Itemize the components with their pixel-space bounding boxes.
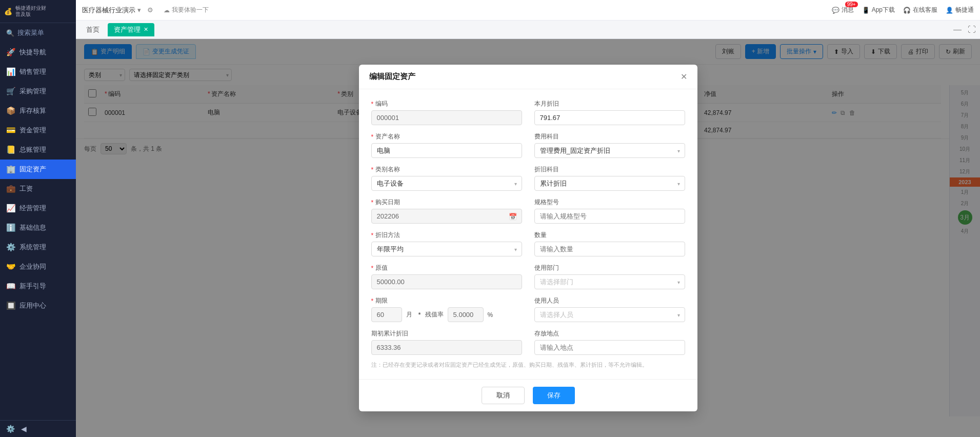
user-avatar[interactable]: 👤 畅捷通 [946,6,974,14]
spec-input[interactable] [534,209,685,224]
sidebar-item-finance[interactable]: 💳 资金管理 [0,121,76,140]
sidebar-item-guide[interactable]: 📖 新手引导 [0,276,76,296]
sidebar-item-sales[interactable]: 📊 销售管理 [0,62,76,82]
sidebar-item-payroll[interactable]: 💼 工资 [0,179,76,198]
quantity-input[interactable] [534,242,685,256]
period-input[interactable] [371,307,402,322]
dialog-title: 编辑固定资产 [369,72,415,82]
settings-icon[interactable]: ⚙️ [6,425,15,433]
form-row-purchase-date: * 购买日期 📅 [371,198,522,224]
sidebar-item-ledger[interactable]: 📒 总账管理 [0,140,76,160]
sidebar-item-system[interactable]: ⚙️ 系统管理 [0,237,76,257]
feedback-button[interactable]: ☁ 我要体验一下 [164,6,209,14]
app-download-button[interactable]: 📱 App下载 [862,6,895,14]
sidebar-item-operations[interactable]: 📈 经营管理 [0,198,76,218]
service-icon: 🎧 [903,7,911,14]
dialog-note: 注：已经存在变更记录或者对应固定资产已经生成凭证，原值、购买日期、残值率、累计折… [371,361,685,369]
sidebar-search[interactable]: 🔍 搜索菜单 [0,23,76,43]
form-row-spec: 规格型号 [534,198,685,224]
tab-asset-mgmt[interactable]: 资产管理 ✕ [108,23,154,36]
finance-icon: 💳 [6,126,15,135]
assets-icon: 🏢 [6,165,15,174]
appcenter-icon: 🔲 [6,301,15,310]
initial-dep-input[interactable] [371,340,522,355]
operations-icon: 📈 [6,204,15,213]
window-minimize-icon[interactable]: — [953,25,962,34]
sidebar-header: 💰 畅捷通好业财 普及版 [0,0,76,23]
purchase-date-input[interactable] [371,209,522,224]
form-row-monthly-dep: 本月折旧 [534,100,685,125]
collapse-icon[interactable]: ◀ [21,425,27,433]
inventory-icon: 📦 [6,106,15,115]
purchase-date-wrap: 📅 [371,209,522,224]
tab-home[interactable]: 首页 [80,23,106,36]
save-button[interactable]: 保存 [533,387,575,404]
original-value-input[interactable] [371,274,522,289]
asset-name-input[interactable] [371,143,522,158]
monthly-dep-input[interactable] [534,110,685,125]
form-row-dep-method: * 折旧方法 年限平均 ▾ [371,231,522,256]
dialog-close-button[interactable]: ✕ [681,72,687,82]
expense-subject-wrap: 管理费用_固定资产折旧 ▾ [534,143,685,158]
form-row-asset-name: * 资产名称 [371,132,522,158]
dep-method-select-wrap: 年限平均 ▾ [371,242,522,256]
user-select[interactable]: 请选择人员 [534,307,685,322]
form-row-period: * 期限 月 * 残值率 % [371,296,522,322]
window-expand-icon[interactable]: ⛶ [968,25,976,34]
main-area: 医疗器械行业演示 ▾ ⚙ ☁ 我要体验一下 💬 消息 99+ 📱 App下载 🎧… [76,0,980,437]
feedback-icon: ☁ [164,7,170,14]
cancel-button[interactable]: 取消 [482,387,525,404]
form-row-initial-dep: 期初累计折旧 [371,329,522,355]
location-input[interactable] [534,340,685,355]
quicknav-icon: 🚀 [6,48,15,57]
sidebar-nav: 🚀 快捷导航 📊 销售管理 🛒 采购管理 📦 库存核算 💳 资金管理 📒 总账管… [0,43,76,420]
form-row-user: 使用人员 请选择人员 ▾ [534,296,685,322]
purchase-icon: 🛒 [6,87,15,96]
sidebar-item-quicknav[interactable]: 🚀 快捷导航 [0,43,76,62]
search-icon: 🔍 [6,29,14,37]
message-icon: 💬 [832,7,839,14]
settings-gear-icon[interactable]: ⚙ [147,6,153,14]
sidebar: 💰 畅捷通好业财 普及版 🔍 搜索菜单 🚀 快捷导航 📊 销售管理 🛒 采购管理… [0,0,76,437]
user-select-wrap: 请选择人员 ▾ [534,307,685,322]
code-input[interactable] [371,110,522,125]
dep-method-select[interactable]: 年限平均 [371,242,522,256]
industry-title: 医疗器械行业演示 ▾ [82,6,141,15]
dialog-overlay: 编辑固定资产 ✕ * 编码 [76,39,980,437]
sidebar-item-purchase[interactable]: 🛒 采购管理 [0,82,76,101]
tab-close-icon[interactable]: ✕ [144,26,148,33]
sidebar-item-inventory[interactable]: 📦 库存核算 [0,101,76,121]
expense-subject-select[interactable]: 管理费用_固定资产折旧 [534,143,685,158]
page-content: 📋 资产明细 📄 变更生成凭证 刘账 + 新增 批量操作 ▾ ⬆ [76,39,980,437]
sidebar-item-appcenter[interactable]: 🔲 应用中心 [0,296,76,315]
form-row-quantity: 数量 [534,231,685,256]
form-row-expense-subject: 费用科目 管理费用_固定资产折旧 ▾ [534,132,685,158]
dep-subject-select[interactable]: 累计折旧 [534,176,685,191]
dept-select[interactable]: 请选择部门 [534,274,685,289]
dept-select-wrap: 请选择部门 ▾ [534,274,685,289]
dialog-body: * 编码 * 资产名称 [359,89,697,379]
form-row-code: * 编码 [371,100,522,125]
messages-button[interactable]: 💬 消息 99+ [832,6,854,14]
avatar-icon: 👤 [946,7,953,14]
category-select-wrap: 电子设备 ▾ [371,176,522,191]
sidebar-item-enterprise[interactable]: 🤝 企业协同 [0,257,76,276]
calendar-icon[interactable]: 📅 [509,212,517,220]
payroll-icon: 💼 [6,184,15,193]
dep-subject-wrap: 累计折旧 ▾ [534,176,685,191]
topbar: 医疗器械行业演示 ▾ ⚙ ☁ 我要体验一下 💬 消息 99+ 📱 App下载 🎧… [76,0,980,21]
industry-dropdown-icon[interactable]: ▾ [137,6,141,14]
form-row-location: 存放地点 [534,329,685,355]
residual-input[interactable] [448,307,484,322]
form-col-left: * 编码 * 资产名称 [371,100,522,355]
online-service-button[interactable]: 🎧 在线客服 [903,6,937,14]
form-row-original-value: * 原值 [371,264,522,289]
tabbar: 首页 资产管理 ✕ — ⛶ [76,21,980,39]
category-select[interactable]: 电子设备 [371,176,522,191]
dialog-footer: 取消 保存 [359,379,697,411]
system-icon: ⚙️ [6,243,15,252]
sidebar-item-assets[interactable]: 🏢 固定资产 [0,160,76,179]
form-col-right: 本月折旧 费用科目 管理费用_固定资产折旧 [534,100,685,355]
logo-icon: 💰 [4,8,12,15]
sidebar-item-basics[interactable]: ℹ️ 基础信息 [0,218,76,237]
